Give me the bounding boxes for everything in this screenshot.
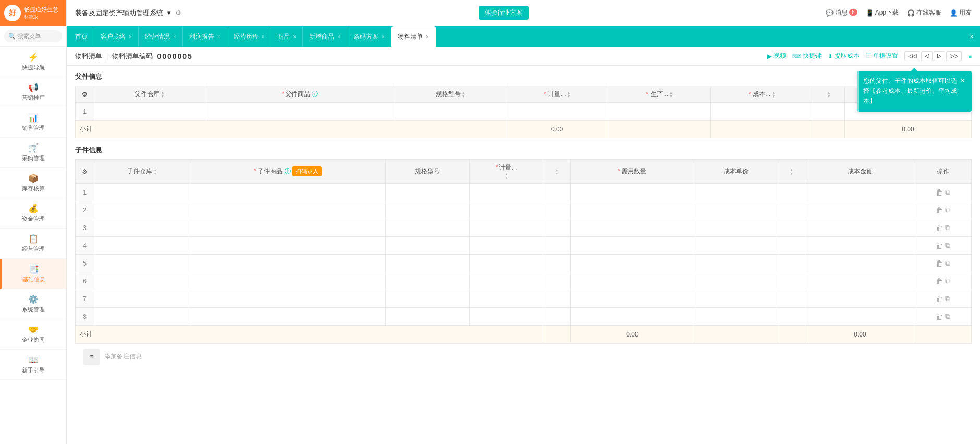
sidebar-item-purchase[interactable]: 🛒 采购管理	[0, 138, 66, 168]
child-row-qty[interactable]	[469, 272, 543, 290]
child-row-goods[interactable]	[190, 184, 386, 201]
child-row-unit-cost2[interactable]	[778, 290, 805, 308]
settings-gear-icon[interactable]: ⚙	[175, 9, 181, 17]
tab-customer-close[interactable]: ×	[129, 34, 132, 40]
copy-icon[interactable]: ⧉	[945, 241, 950, 250]
tab-ops-close[interactable]: ×	[173, 34, 176, 40]
child-row-unit-cost[interactable]	[694, 272, 778, 290]
prev-button[interactable]: ◁	[921, 51, 933, 61]
child-row-goods[interactable]	[190, 201, 386, 219]
parent-cost-sort[interactable]: *成本... ▲▼	[749, 90, 776, 99]
child-row-spec[interactable]	[386, 184, 470, 201]
child-row-needed[interactable]	[570, 308, 694, 326]
tooltip-close-button[interactable]: ✕	[960, 76, 965, 86]
child-row-warehouse[interactable]	[94, 219, 190, 237]
sidebar-item-quick-nav[interactable]: ⚡ 快捷导航	[0, 47, 66, 77]
child-row-unit-cost2[interactable]	[778, 184, 805, 201]
child-row-qty2[interactable]	[543, 272, 571, 290]
delete-icon[interactable]: 🗑	[936, 242, 943, 250]
child-row-unit-cost2[interactable]	[778, 219, 805, 237]
tab-history-close[interactable]: ×	[262, 34, 265, 40]
parent-col-gear[interactable]: ⚙	[76, 86, 94, 103]
parent-row1-extra[interactable]	[813, 103, 845, 121]
tab-new-goods-close[interactable]: ×	[337, 34, 340, 40]
sidebar-item-finance[interactable]: 💰 资金管理	[0, 198, 66, 229]
video-action[interactable]: ▶ 视频	[767, 52, 786, 61]
child-col-gear[interactable]: ⚙	[76, 160, 94, 184]
trial-button[interactable]: 体验行业方案	[479, 6, 529, 20]
child-row-goods[interactable]	[190, 219, 386, 237]
sidebar-item-operations[interactable]: 📋 经营管理	[0, 229, 66, 259]
child-row-qty[interactable]	[469, 255, 543, 272]
copy-icon[interactable]: ⧉	[945, 294, 950, 303]
tab-goods-close[interactable]: ×	[293, 34, 296, 40]
extract-cost-action[interactable]: ⬇ 提取成本	[828, 52, 860, 61]
parent-row1-cost[interactable]	[710, 103, 813, 121]
parent-row1-produce[interactable]	[608, 103, 710, 121]
tab-bom[interactable]: 物料清单 ×	[391, 26, 436, 47]
tab-new-goods[interactable]: 新增商品 ×	[303, 26, 347, 47]
tab-customer[interactable]: 客户联络 ×	[94, 26, 139, 47]
next-last-button[interactable]: ▷▷	[946, 51, 962, 61]
child-row-warehouse[interactable]	[94, 237, 190, 255]
copy-icon[interactable]: ⧉	[945, 206, 950, 214]
child-row-unit-cost2[interactable]	[778, 308, 805, 326]
child-row-qty[interactable]	[469, 184, 543, 201]
child-row-unit-cost[interactable]	[694, 184, 778, 201]
child-row-warehouse[interactable]	[94, 272, 190, 290]
parent-row1-spec[interactable]	[395, 103, 506, 121]
child-row-spec[interactable]	[386, 219, 470, 237]
child-row-qty[interactable]	[469, 308, 543, 326]
parent-qty-sort[interactable]: *计量... ▲▼	[544, 90, 571, 99]
child-row-warehouse[interactable]	[94, 201, 190, 219]
child-row-spec[interactable]	[386, 201, 470, 219]
copy-icon[interactable]: ⧉	[945, 277, 950, 285]
scan-button[interactable]: 扫码录入	[292, 166, 322, 176]
child-row-qty[interactable]	[469, 201, 543, 219]
delete-icon[interactable]: 🗑	[936, 295, 943, 303]
sidebar-item-system[interactable]: ⚙️ 系统管理	[0, 289, 66, 319]
child-row-amount[interactable]	[805, 184, 915, 201]
tab-goods[interactable]: 商品 ×	[271, 26, 303, 47]
child-row-amount[interactable]	[805, 272, 915, 290]
child-row-qty[interactable]	[469, 237, 543, 255]
child-row-spec[interactable]	[386, 255, 470, 272]
child-row-spec[interactable]	[386, 290, 470, 308]
child-row-qty2[interactable]	[543, 308, 571, 326]
parent-row1-qty[interactable]	[506, 103, 608, 121]
sidebar-item-marketing[interactable]: 📢 营销推广	[0, 77, 66, 107]
sidebar-item-inventory[interactable]: 📦 库存核算	[0, 168, 66, 198]
child-row-warehouse[interactable]	[94, 255, 190, 272]
copy-icon[interactable]: ⧉	[945, 259, 950, 268]
sidebar-search-container[interactable]: 🔍 搜索菜单	[0, 26, 66, 47]
child-row-needed[interactable]	[570, 290, 694, 308]
child-row-qty2[interactable]	[543, 255, 571, 272]
app-download-button[interactable]: 📱 App下载	[866, 8, 899, 17]
delete-icon[interactable]: 🗑	[936, 313, 943, 321]
sidebar-item-basic-info[interactable]: 📑 基础信息	[0, 259, 66, 289]
child-row-goods[interactable]	[190, 290, 386, 308]
child-row-qty2[interactable]	[543, 237, 571, 255]
child-row-amount[interactable]	[805, 237, 915, 255]
child-row-needed[interactable]	[570, 201, 694, 219]
child-row-unit-cost[interactable]	[694, 290, 778, 308]
child-row-unit-cost[interactable]	[694, 308, 778, 326]
parent-spec-sort[interactable]: 规格型号 ▲▼	[436, 90, 466, 99]
child-row-needed[interactable]	[570, 255, 694, 272]
next-button[interactable]: ▷	[934, 51, 945, 61]
copy-icon[interactable]: ⧉	[945, 223, 950, 232]
tab-bom-close[interactable]: ×	[426, 34, 429, 40]
tab-barcode[interactable]: 条码方案 ×	[347, 26, 391, 47]
child-row-spec[interactable]	[386, 237, 470, 255]
child-row-unit-cost[interactable]	[694, 219, 778, 237]
sidebar-search-trigger[interactable]: 🔍 搜索菜单	[4, 30, 62, 42]
child-row-goods[interactable]	[190, 237, 386, 255]
child-row-spec[interactable]	[386, 272, 470, 290]
delete-icon[interactable]: 🗑	[936, 206, 943, 214]
child-row-qty2[interactable]	[543, 219, 571, 237]
parent-row1-goods[interactable]	[205, 103, 395, 121]
tab-home[interactable]: 首页	[69, 26, 94, 47]
single-settings-action[interactable]: ☰ 单据设置	[866, 52, 898, 61]
child-row-needed[interactable]	[570, 184, 694, 201]
child-row-amount[interactable]	[805, 308, 915, 326]
